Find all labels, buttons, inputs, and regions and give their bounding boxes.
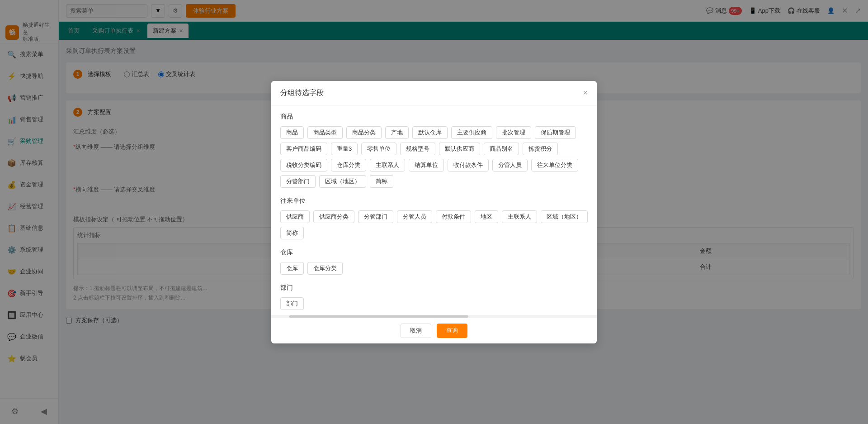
field-group-3: 部门部门	[280, 284, 588, 310]
cancel-button[interactable]: 取消	[401, 324, 431, 338]
modal: 分组待选字段 × 商品商品商品类型商品分类产地默认仓库主要供应商批次管理保质期管…	[271, 81, 597, 343]
field-tag-1-0[interactable]: 供应商	[280, 210, 310, 223]
field-tag-0-24[interactable]: 简称	[370, 175, 393, 188]
field-tag-1-1[interactable]: 供应商分类	[313, 210, 354, 223]
field-tag-0-8[interactable]: 客户商品编码	[280, 143, 327, 155]
field-tag-2-0[interactable]: 仓库	[280, 262, 304, 275]
field-tag-3-0[interactable]: 部门	[280, 297, 304, 310]
field-tag-1-2[interactable]: 分管部门	[358, 210, 393, 223]
field-tag-0-2[interactable]: 商品分类	[346, 126, 382, 139]
modal-header: 分组待选字段 ×	[271, 81, 597, 105]
field-tags-0: 商品商品类型商品分类产地默认仓库主要供应商批次管理保质期管理客户商品编码重量3零…	[280, 126, 588, 188]
field-tag-0-1[interactable]: 商品类型	[307, 126, 343, 139]
field-tag-0-12[interactable]: 默认供应商	[439, 143, 480, 155]
field-tag-0-5[interactable]: 主要供应商	[451, 126, 492, 139]
field-tag-0-3[interactable]: 产地	[385, 126, 409, 139]
field-tag-1-3[interactable]: 分管人员	[397, 210, 432, 223]
modal-body[interactable]: 商品商品商品类型商品分类产地默认仓库主要供应商批次管理保质期管理客户商品编码重量…	[271, 105, 597, 315]
field-tag-0-4[interactable]: 默认仓库	[412, 126, 448, 139]
field-group-title-0: 商品	[280, 113, 588, 121]
modal-title: 分组待选字段	[280, 88, 324, 98]
field-group-title-1: 往来单位	[280, 197, 588, 205]
field-tag-0-16[interactable]: 仓库分类	[331, 159, 366, 172]
field-tag-0-10[interactable]: 零售单位	[361, 143, 396, 155]
field-tag-2-1[interactable]: 仓库分类	[307, 262, 343, 275]
field-tags-3: 部门	[280, 297, 588, 310]
field-tag-0-19[interactable]: 收付款条件	[448, 159, 489, 172]
field-tag-0-20[interactable]: 分管人员	[492, 159, 528, 172]
field-group-title-3: 部门	[280, 284, 588, 292]
field-tag-0-0[interactable]: 商品	[280, 126, 304, 139]
modal-overlay: 分组待选字段 × 商品商品商品类型商品分类产地默认仓库主要供应商批次管理保质期管…	[0, 0, 868, 424]
field-tag-0-18[interactable]: 结算单位	[409, 159, 444, 172]
field-tag-0-6[interactable]: 批次管理	[496, 126, 531, 139]
field-tag-1-8[interactable]: 简称	[280, 227, 304, 239]
field-tag-0-14[interactable]: 拣货积分	[523, 143, 558, 155]
field-tag-0-23[interactable]: 区域（地区）	[319, 175, 366, 188]
field-tag-0-11[interactable]: 规格型号	[400, 143, 435, 155]
field-tag-0-13[interactable]: 商品别名	[484, 143, 519, 155]
field-tag-0-15[interactable]: 税收分类编码	[280, 159, 327, 172]
field-tags-1: 供应商供应商分类分管部门分管人员付款条件地区主联系人区域（地区）简称	[280, 210, 588, 239]
field-tag-0-7[interactable]: 保质期管理	[535, 126, 576, 139]
field-tag-1-5[interactable]: 地区	[475, 210, 498, 223]
field-tag-1-6[interactable]: 主联系人	[502, 210, 537, 223]
field-group-0: 商品商品商品类型商品分类产地默认仓库主要供应商批次管理保质期管理客户商品编码重量…	[280, 113, 588, 188]
field-group-2: 仓库仓库仓库分类	[280, 248, 588, 275]
confirm-button[interactable]: 查询	[437, 324, 467, 338]
field-tag-0-21[interactable]: 往来单位分类	[531, 159, 578, 172]
field-tag-0-22[interactable]: 分管部门	[280, 175, 316, 188]
modal-close-button[interactable]: ×	[583, 89, 588, 97]
modal-footer: 取消 查询	[271, 318, 597, 343]
field-tag-0-9[interactable]: 重量3	[331, 143, 358, 155]
field-tag-0-17[interactable]: 主联系人	[370, 159, 405, 172]
field-group-title-2: 仓库	[280, 248, 588, 257]
field-tag-1-4[interactable]: 付款条件	[436, 210, 471, 223]
field-group-1: 往来单位供应商供应商分类分管部门分管人员付款条件地区主联系人区域（地区）简称	[280, 197, 588, 239]
field-tag-1-7[interactable]: 区域（地区）	[541, 210, 588, 223]
field-tags-2: 仓库仓库分类	[280, 262, 588, 275]
